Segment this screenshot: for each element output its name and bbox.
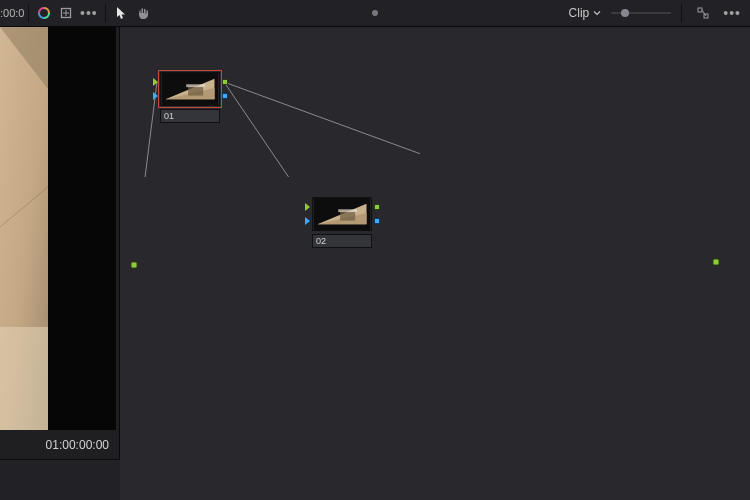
node-graph[interactable]: 01 02 bbox=[120, 27, 750, 500]
viewer-timecode-row: 01:00:00:00 bbox=[0, 430, 119, 460]
separator bbox=[681, 4, 682, 22]
separator bbox=[105, 4, 106, 22]
svg-rect-20 bbox=[338, 209, 357, 212]
hand-tool-icon[interactable] bbox=[132, 2, 154, 24]
node-thumbnail bbox=[312, 197, 372, 231]
node-rgb-output[interactable] bbox=[374, 204, 380, 210]
svg-rect-14 bbox=[188, 86, 203, 95]
highlight-icon[interactable] bbox=[55, 2, 77, 24]
svg-rect-19 bbox=[340, 211, 355, 220]
toolbar-timecode: :00:00 bbox=[0, 7, 24, 19]
top-toolbar: :00:00 ••• Clip bbox=[0, 0, 750, 27]
edge bbox=[224, 82, 309, 177]
node-alpha-input[interactable] bbox=[305, 217, 310, 225]
node-rgb-input[interactable] bbox=[305, 203, 310, 211]
viewer-black-bar bbox=[48, 27, 116, 430]
edge bbox=[224, 82, 420, 177]
node-alpha-output[interactable] bbox=[222, 93, 228, 99]
separator bbox=[28, 4, 29, 22]
node-rgb-input[interactable] bbox=[153, 78, 158, 86]
pointer-tool-icon[interactable] bbox=[110, 2, 132, 24]
center-marker-icon bbox=[372, 10, 378, 16]
viewer-image bbox=[0, 27, 48, 430]
clip-mode-label: Clip bbox=[569, 6, 590, 20]
chevron-down-icon bbox=[593, 9, 601, 17]
svg-rect-15 bbox=[186, 84, 205, 87]
graph-source-port[interactable] bbox=[131, 262, 138, 269]
node-alpha-input[interactable] bbox=[153, 92, 158, 100]
node-thumbnail bbox=[160, 72, 220, 106]
viewer-timecode: 01:00:00:00 bbox=[46, 438, 109, 452]
color-node-02[interactable]: 02 bbox=[312, 197, 372, 248]
toolbar-more-right[interactable]: ••• bbox=[720, 6, 744, 20]
svg-rect-4 bbox=[698, 8, 702, 12]
graph-dest-port[interactable] bbox=[713, 259, 720, 266]
color-wheel-icon[interactable] bbox=[33, 2, 55, 24]
svg-rect-9 bbox=[0, 327, 48, 430]
node-label: 02 bbox=[312, 234, 372, 248]
zoom-slider[interactable] bbox=[611, 12, 671, 14]
node-label: 01 bbox=[160, 109, 220, 123]
node-options-icon[interactable] bbox=[692, 2, 714, 24]
color-node-01[interactable]: 01 bbox=[160, 72, 220, 123]
node-alpha-output[interactable] bbox=[374, 218, 380, 224]
zoom-slider-thumb[interactable] bbox=[621, 9, 629, 17]
clip-mode-dropdown[interactable]: Clip bbox=[565, 4, 606, 22]
viewer-panel: 01:00:00:00 bbox=[0, 27, 120, 460]
toolbar-more-left[interactable]: ••• bbox=[77, 6, 101, 20]
node-rgb-output[interactable] bbox=[222, 79, 228, 85]
